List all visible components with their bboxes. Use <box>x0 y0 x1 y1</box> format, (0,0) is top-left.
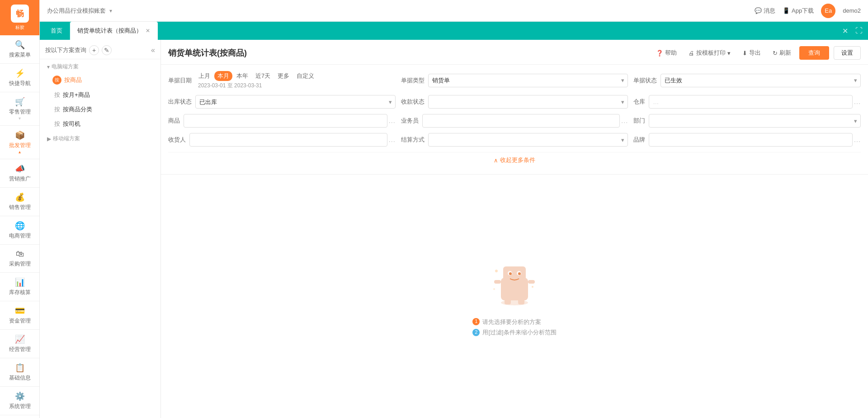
sidebar-item-purchase[interactable]: 🛍 采购管理 <box>0 245 39 273</box>
tip-dot-2: 2 <box>472 329 480 336</box>
recipient-input[interactable] <box>189 133 387 147</box>
warehouse-ellipsis[interactable]: … <box>854 98 861 106</box>
add-scheme-btn[interactable]: + <box>89 45 99 55</box>
settlement-select[interactable] <box>428 133 628 147</box>
date-last-month-btn[interactable]: 上月 <box>195 71 213 81</box>
edit-scheme-btn[interactable]: ✎ <box>102 45 112 55</box>
sidebar-item-label: 电商管理 <box>9 232 31 240</box>
settings-btn[interactable]: 设置 <box>834 46 861 60</box>
sidebar-item-ecommerce[interactable]: 🌐 电商管理 <box>0 216 39 245</box>
sidebar-item-inventory[interactable]: 📊 库存核算 <box>0 273 39 301</box>
warehouse-input[interactable] <box>649 95 853 109</box>
tree-item-by-driver[interactable]: 按 按司机 <box>54 117 160 131</box>
tab-report[interactable]: 销货单统计表（按商品） ✕ <box>70 22 158 40</box>
sidebar-item-quicknav[interactable]: ⚡ 快捷导航 <box>0 64 39 92</box>
expand-icon-active: ▴ <box>19 149 21 154</box>
out-status-select[interactable]: 已出库 <box>195 95 396 109</box>
export-btn[interactable]: ⬇ 导出 <box>739 47 764 59</box>
retail-icon: 🛒 <box>15 97 25 107</box>
print-icon: 🖨 <box>689 50 694 57</box>
purchase-icon: 🛍 <box>16 249 24 259</box>
sidebar-item-basicinfo[interactable]: 📋 基础信息 <box>0 358 39 387</box>
doc-status-label: 单据状态 <box>633 76 657 85</box>
date-last7-btn[interactable]: 近7天 <box>252 71 274 81</box>
brand-input[interactable] <box>649 133 853 147</box>
filter-department: 部门 <box>633 114 861 128</box>
sidebar-item-label: 资金管理 <box>9 317 31 325</box>
mobile-section-label: ▶ 移动端方案 <box>40 131 160 144</box>
industry-dropdown-icon[interactable]: ▾ <box>109 8 112 14</box>
filter-row-2: 出库状态 已出库 收款状态 <box>168 95 861 109</box>
user-name: demo2 <box>843 7 861 14</box>
brand-ellipsis[interactable]: … <box>854 136 861 144</box>
date-more-btn[interactable]: 更多 <box>274 71 292 81</box>
empty-state: 1 请先选择要分析的方案 2 用[过滤]条件来缩小分析范围 <box>161 175 868 418</box>
tab-home[interactable]: 首页 <box>43 22 70 40</box>
sidebar-item-retail[interactable]: 🛒 零售管理 ▾ <box>0 92 39 126</box>
search-nav-icon: 🔍 <box>15 40 25 50</box>
tab-close-button[interactable]: ✕ <box>146 28 150 34</box>
user-avatar[interactable]: Ea <box>821 4 835 18</box>
filter-doc-status: 单据状态 已生效 <box>633 71 861 90</box>
department-select[interactable] <box>649 114 861 128</box>
tabbar-actions: ✕ ⛶ <box>840 25 868 37</box>
collapse-arrow-icon: ∧ <box>494 157 498 164</box>
salesperson-input[interactable] <box>422 114 620 128</box>
sidebar-item-wholesale[interactable]: 📦 批发管理 ▴ <box>0 126 39 159</box>
help-btn[interactable]: ❓ 帮助 <box>652 47 680 59</box>
tree-item-by-goods[interactable]: 按 按商品 <box>40 72 160 88</box>
goods-input[interactable] <box>184 114 387 128</box>
doc-type-select[interactable]: 销货单 <box>428 74 628 87</box>
app-download-btn[interactable]: 📱 App下载 <box>783 7 814 15</box>
sidebar-item-finance[interactable]: 💳 资金管理 <box>0 301 39 330</box>
sidebar-item-system[interactable]: ⚙️ 系统管理 <box>0 387 39 415</box>
ecommerce-icon: 🌐 <box>15 221 25 231</box>
topbar: 办公用品行业模拟账套 ▾ 💬 消息 📱 App下载 Ea demo2 <box>40 0 868 22</box>
sidebar-item-search[interactable]: 🔍 搜索菜单 <box>0 35 39 64</box>
svg-rect-9 <box>505 299 511 304</box>
filter-row-3: 商品 … 业务员 … 部门 <box>168 114 861 128</box>
print-btn[interactable]: 🖨 按模板打印 ▾ <box>685 47 734 59</box>
refresh-btn[interactable]: ↻ 刷新 <box>769 47 795 59</box>
recipient-ellipsis[interactable]: … <box>388 136 396 144</box>
finance-icon: 💳 <box>15 306 25 316</box>
page-title: 销货单统计表(按商品) <box>168 48 247 58</box>
tab-maximize-btn[interactable]: ⛶ <box>854 25 864 37</box>
department-select-wrap <box>649 114 861 128</box>
tip-line-1: 1 请先选择要分析的方案 <box>472 317 556 327</box>
industry-label: 办公用品行业模拟账套 <box>47 7 106 15</box>
by-driver-icon: 按 <box>54 120 60 128</box>
warehouse-input-wrap: … <box>649 95 861 109</box>
date-this-year-btn[interactable]: 本年 <box>233 71 251 81</box>
sidebar-item-operations[interactable]: 📈 经营管理 <box>0 330 39 358</box>
goods-ellipsis[interactable]: … <box>388 117 396 125</box>
collapse-filter-btn[interactable]: ∧ 收起更多条件 <box>168 152 861 168</box>
sidebar-item-enterprise[interactable]: 🏢 企业协同 <box>0 415 39 418</box>
settlement-select-wrap <box>428 133 628 147</box>
mobile-section: ▶ 移动端方案 <box>40 131 160 144</box>
svg-point-12 <box>532 286 533 288</box>
payment-status-label: 收款状态 <box>401 98 425 106</box>
tree-item-by-month-goods[interactable]: 按 按月+商品 <box>54 88 160 102</box>
edit-icon: ✎ <box>104 47 109 54</box>
query-btn[interactable]: 查询 <box>799 46 829 60</box>
doc-status-select[interactable]: 已生效 <box>660 74 861 87</box>
message-btn[interactable]: 💬 消息 <box>755 7 775 15</box>
sidebar-item-label: 采购管理 <box>9 260 31 268</box>
marketing-icon: 📣 <box>15 164 25 174</box>
by-month-label: 按月+商品 <box>63 91 90 99</box>
salesperson-ellipsis[interactable]: … <box>621 117 628 125</box>
sidebar-item-marketing[interactable]: 📣 营销推广 <box>0 159 39 188</box>
date-custom-btn[interactable]: 自定义 <box>293 71 317 81</box>
date-input-wrap: 上月 本月 本年 近7天 更多 自定义 2023-03-01 至 2023-03… <box>195 71 396 90</box>
payment-status-select[interactable] <box>428 95 628 109</box>
out-status-label: 出库状态 <box>168 98 192 106</box>
logo-icon[interactable]: 畅 <box>11 5 29 23</box>
tree-item-by-category[interactable]: 按 按商品分类 <box>54 102 160 117</box>
collapse-panel-btn[interactable]: « <box>151 46 155 54</box>
date-this-month-btn[interactable]: 本月 <box>214 71 232 81</box>
topbar-right: 💬 消息 📱 App下载 Ea demo2 <box>755 4 861 18</box>
sidebar-item-sales[interactable]: 💰 销售管理 <box>0 188 39 216</box>
tab-close-window-btn[interactable]: ✕ <box>840 25 850 37</box>
sidebar-item-label: 系统管理 <box>9 403 31 410</box>
